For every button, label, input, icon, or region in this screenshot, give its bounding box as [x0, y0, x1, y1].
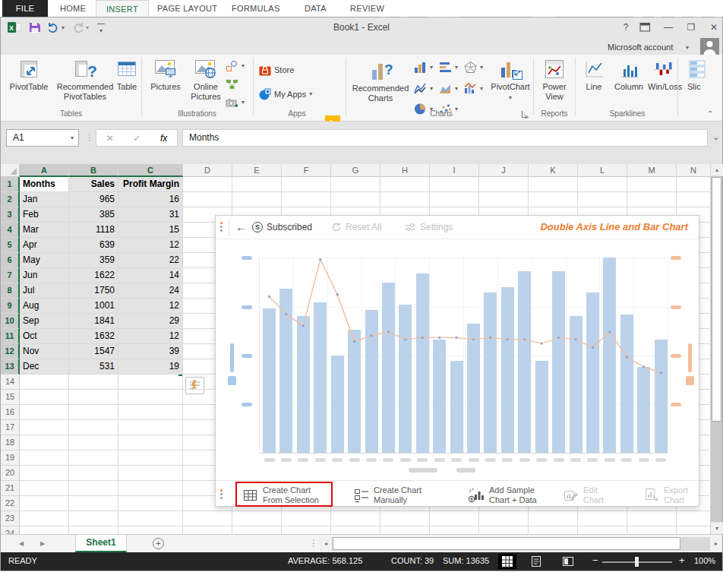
row-header-11[interactable]: 11: [1, 329, 20, 344]
row-header-16[interactable]: 16: [1, 405, 20, 420]
column-header-J[interactable]: J: [479, 164, 529, 177]
cell-M23[interactable]: [627, 511, 677, 526]
cancel-formula-icon[interactable]: ✕: [106, 133, 114, 144]
tab-formulas[interactable]: FORMULAS: [222, 0, 290, 17]
cell-E2[interactable]: [232, 192, 282, 207]
create-chart-manually-button[interactable]: Create ChartManually: [354, 485, 421, 504]
cell-N2[interactable]: [677, 192, 710, 207]
my-apps-button[interactable]: My Apps▾: [259, 88, 312, 100]
sheet-nav-right-icon[interactable]: ▶: [40, 540, 45, 547]
cell-E1[interactable]: [232, 177, 282, 192]
cell-N1[interactable]: [677, 177, 710, 192]
cell-B7[interactable]: 1622: [69, 268, 118, 283]
cell-B10[interactable]: 1841: [69, 314, 118, 329]
cell-C11[interactable]: 12: [118, 329, 183, 344]
cell-A7[interactable]: Jun: [20, 268, 69, 283]
cell-B21[interactable]: [69, 481, 118, 496]
row-header-24[interactable]: 24: [1, 526, 20, 534]
cell-A11[interactable]: Oct: [20, 329, 69, 344]
row-header-17[interactable]: 17: [1, 420, 20, 435]
cell-A16[interactable]: [20, 405, 69, 420]
cell-C8[interactable]: 24: [118, 283, 183, 299]
cell-B15[interactable]: [69, 390, 118, 405]
row-header-10[interactable]: 10: [1, 314, 20, 329]
add-sample-chart-button[interactable]: Add SampleChart + Data: [468, 485, 537, 504]
cell-A8[interactable]: Jul: [20, 283, 69, 299]
row-header-20[interactable]: 20: [1, 466, 20, 481]
cell-A6[interactable]: May: [20, 253, 69, 268]
column-header-K[interactable]: K: [529, 164, 578, 177]
cell-A15[interactable]: [20, 390, 69, 405]
restore-button[interactable]: ❐: [682, 21, 700, 34]
sheet-tab-sheet1[interactable]: Sheet1: [75, 535, 127, 552]
column-header-B[interactable]: B: [69, 164, 118, 177]
row-header-7[interactable]: 7: [1, 268, 20, 283]
addin-subscribed-badge[interactable]: S Subscribed: [252, 222, 312, 232]
row-header-18[interactable]: 18: [1, 435, 20, 450]
cell-B9[interactable]: 1001: [69, 299, 118, 314]
cell-A21[interactable]: [20, 481, 69, 496]
help-button[interactable]: ?: [617, 21, 635, 34]
cell-A19[interactable]: [20, 450, 69, 466]
cell-A5[interactable]: Apr: [20, 238, 69, 253]
cell-F1[interactable]: [282, 177, 331, 192]
cell-C16[interactable]: [118, 405, 183, 420]
cell-A2[interactable]: Jan: [20, 192, 69, 207]
scroll-left-icon[interactable]: ◄: [320, 537, 332, 551]
screenshot-button[interactable]: ▾: [226, 96, 245, 109]
scroll-down-icon[interactable]: ▼: [711, 522, 723, 534]
cell-E24[interactable]: [232, 526, 282, 534]
create-chart-from-selection-button[interactable]: Create ChartFrom Selection: [243, 485, 319, 504]
cell-B13[interactable]: 531: [69, 359, 118, 375]
row-header-3[interactable]: 3: [1, 207, 20, 223]
column-header-G[interactable]: G: [331, 164, 380, 177]
smartart-button[interactable]: [226, 78, 238, 90]
shapes-button[interactable]: ▾: [226, 60, 245, 72]
cell-K24[interactable]: [529, 526, 578, 534]
cell-J23[interactable]: [479, 511, 529, 526]
cell-I1[interactable]: [430, 177, 479, 192]
collapse-ribbon-icon[interactable]: ˆ: [709, 109, 712, 121]
cell-H2[interactable]: [380, 192, 430, 207]
cell-B11[interactable]: 1632: [69, 329, 118, 344]
account-caret-icon[interactable]: ▾: [686, 45, 689, 51]
toolbar-drag-handle-icon[interactable]: [220, 489, 223, 499]
cell-A14[interactable]: [20, 375, 69, 390]
addin-drag-handle-icon[interactable]: [220, 222, 223, 232]
cell-M24[interactable]: [627, 526, 677, 534]
cell-C10[interactable]: 29: [118, 314, 183, 329]
cell-J1[interactable]: [479, 177, 529, 192]
row-header-14[interactable]: 14: [1, 375, 20, 390]
new-sheet-button[interactable]: +: [153, 538, 164, 549]
insert-line-chart-button[interactable]: ▾: [414, 83, 433, 94]
cell-B2[interactable]: 965: [69, 192, 118, 207]
cell-M1[interactable]: [627, 177, 677, 192]
cell-J2[interactable]: [479, 192, 529, 207]
cell-C4[interactable]: 15: [118, 223, 183, 238]
cell-B23[interactable]: [69, 511, 118, 526]
cell-G2[interactable]: [331, 192, 380, 207]
cell-A12[interactable]: Nov: [20, 344, 69, 359]
sparkline-column-button[interactable]: Column: [610, 58, 648, 92]
cell-A4[interactable]: Mar: [20, 223, 69, 238]
name-box[interactable]: A1▾: [6, 129, 79, 147]
cell-C1[interactable]: Profit Margin: [118, 177, 183, 192]
row-header-9[interactable]: 9: [1, 299, 20, 314]
status-count[interactable]: COUNT: 39: [391, 556, 434, 565]
cell-E23[interactable]: [232, 511, 282, 526]
scroll-right-icon[interactable]: ►: [710, 537, 722, 551]
cell-B1[interactable]: Sales: [69, 177, 118, 192]
cell-L1[interactable]: [578, 177, 627, 192]
cell-B3[interactable]: 385: [69, 207, 118, 223]
column-header-M[interactable]: M: [627, 164, 677, 177]
row-header-21[interactable]: 21: [1, 481, 20, 496]
close-button[interactable]: ✕: [705, 21, 723, 34]
cell-A18[interactable]: [20, 435, 69, 450]
export-chart-button[interactable]: ExportChart: [644, 485, 688, 504]
store-button[interactable]: Store: [259, 64, 294, 76]
cell-C21[interactable]: [118, 481, 183, 496]
power-view-button[interactable]: Power View: [536, 58, 573, 101]
tab-page-layout[interactable]: PAGE LAYOUT: [147, 0, 227, 17]
column-header-F[interactable]: F: [282, 164, 331, 177]
row-header-22[interactable]: 22: [1, 496, 20, 511]
